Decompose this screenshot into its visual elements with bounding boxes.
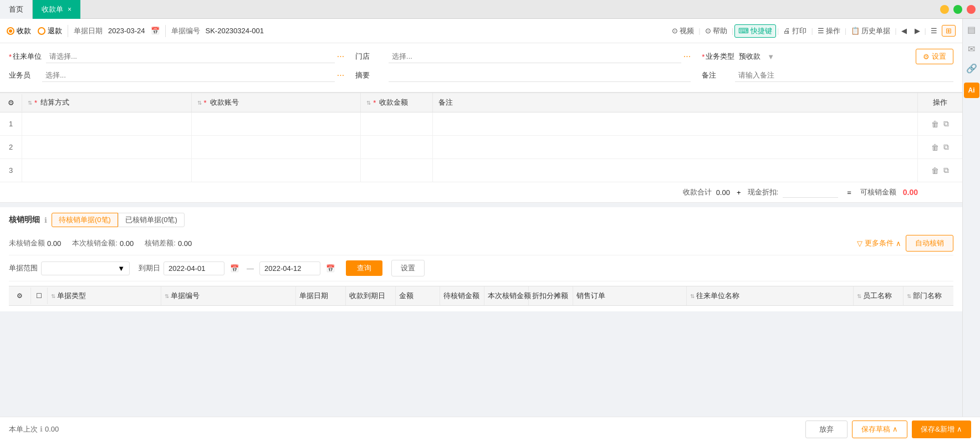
- tab-pending[interactable]: 待核销单据(0笔): [52, 213, 118, 227]
- th-amount: ⇅ * 收款金额: [361, 93, 433, 112]
- row-1-action: 🗑 ⧉: [918, 112, 962, 135]
- row-1-remark[interactable]: [433, 112, 918, 135]
- row-2-copy-icon[interactable]: ⧉: [943, 142, 949, 152]
- due-date-calendar-start-icon[interactable]: 📅: [230, 264, 239, 273]
- bth-staff: ⇅ 员工名称: [854, 286, 904, 305]
- footer-info: 本单上次 ℹ 0.00: [9, 424, 59, 434]
- save-draft-chevron-icon: ∧: [892, 425, 898, 433]
- settings-button[interactable]: ⚙ 设置: [916, 49, 953, 64]
- row-1-copy-icon[interactable]: ⧉: [943, 119, 949, 129]
- this-time-label: 本次核销金额:: [72, 238, 118, 248]
- th-settings[interactable]: ⚙: [0, 94, 22, 111]
- remark-input[interactable]: [735, 69, 953, 82]
- history-icon: 📋: [851, 27, 860, 35]
- store-more-btn[interactable]: ···: [683, 52, 691, 61]
- diff-stat: 核销差额: 0.00: [145, 238, 192, 248]
- radio-refund-label: 退款: [48, 26, 62, 36]
- staff-input[interactable]: [42, 69, 335, 82]
- row-2-delete-icon[interactable]: 🗑: [931, 143, 939, 152]
- help-btn[interactable]: ⊙ 帮助: [702, 25, 731, 37]
- operation-btn[interactable]: ☰ 操作: [814, 25, 844, 37]
- grid-view-btn[interactable]: ⊞: [942, 25, 956, 37]
- row-1-settlement[interactable]: [22, 112, 192, 135]
- list-view-btn[interactable]: ☰: [927, 25, 941, 36]
- nav-prev-btn[interactable]: ◀: [898, 25, 910, 36]
- bth-this-time: 本次核销金额: [484, 286, 529, 305]
- staff-more-btn[interactable]: ···: [337, 70, 344, 80]
- row-1-account[interactable]: [192, 112, 361, 135]
- bill-range-select[interactable]: ▼: [41, 261, 130, 275]
- query-label: 查询: [357, 264, 371, 272]
- row-3-settlement[interactable]: [22, 159, 192, 182]
- row-2-account[interactable]: [192, 136, 361, 158]
- diff-label: 核销差额:: [145, 238, 176, 248]
- info-icon[interactable]: ℹ: [44, 216, 47, 224]
- abandon-button[interactable]: 放弃: [805, 421, 848, 438]
- bth-gear[interactable]: ⚙: [9, 288, 31, 304]
- writeoff-title: 核销明细: [9, 215, 40, 225]
- row-1-delete-icon[interactable]: 🗑: [931, 120, 939, 129]
- row-3-delete-icon[interactable]: 🗑: [931, 166, 939, 175]
- window-maximize-button[interactable]: [953, 5, 962, 14]
- history-btn[interactable]: 📋 历史单据: [848, 25, 894, 37]
- video-btn[interactable]: ⊙ 视频: [668, 25, 697, 37]
- filter-icon: ▽: [857, 239, 862, 248]
- due-date-end-input[interactable]: [259, 261, 320, 275]
- tab-close-icon[interactable]: ×: [68, 6, 72, 13]
- bth-recv-date: 收款到期日: [346, 286, 396, 305]
- window-close-button[interactable]: [967, 5, 976, 14]
- discount-input[interactable]: [783, 187, 838, 198]
- summary-row: 收款合计 0.00 + 现金折扣: = 可核销金额 0.00: [0, 182, 962, 203]
- row-3-remark[interactable]: [433, 159, 918, 182]
- shortcut-btn[interactable]: ⌨ 快捷键: [734, 24, 776, 38]
- store-input[interactable]: [389, 50, 681, 63]
- row-3-account[interactable]: [192, 159, 361, 182]
- radio-refund[interactable]: 退款: [38, 26, 62, 36]
- writeoff-settings-btn[interactable]: 设置: [391, 260, 425, 276]
- row-2-settlement[interactable]: [22, 136, 192, 158]
- bth-type: ⇅ 单据类型: [48, 286, 161, 305]
- due-date-start-input[interactable]: [164, 261, 224, 275]
- due-date-calendar-end-icon[interactable]: 📅: [326, 264, 335, 273]
- row-2-num: 2: [0, 136, 22, 158]
- business-type-value: 预收款: [739, 52, 760, 61]
- history-label: 历史单据: [861, 26, 890, 36]
- radio-collection[interactable]: 收款: [7, 26, 31, 36]
- bill-range-label: 单据范围: [9, 263, 38, 273]
- counterpart-input[interactable]: [46, 50, 335, 63]
- table-row: 2 🗑 ⧉: [0, 136, 962, 159]
- row-3-amount[interactable]: [361, 159, 433, 182]
- tab-done[interactable]: 已核销单据(0笔): [118, 213, 185, 227]
- window-minimize-button[interactable]: [940, 5, 949, 14]
- more-conditions-btn[interactable]: ▽ 更多条件 ∧: [857, 238, 901, 248]
- print-btn[interactable]: 🖨 打印: [780, 25, 810, 37]
- query-btn[interactable]: 查询: [346, 260, 382, 276]
- sort-icon-type: ⇅: [51, 293, 55, 299]
- bth-pending-label: 待核销金额: [443, 291, 479, 300]
- business-type-dropdown-icon[interactable]: ▼: [767, 53, 774, 61]
- tab-home[interactable]: 首页: [0, 0, 33, 19]
- bill-no-value: SK-20230324-001: [206, 27, 264, 35]
- auto-writeoff-btn[interactable]: 自动核销: [906, 235, 953, 252]
- calendar-icon[interactable]: 📅: [151, 27, 160, 35]
- nav-next-btn[interactable]: ▶: [911, 25, 923, 36]
- sidebar-ai-icon[interactable]: Ai: [964, 83, 979, 98]
- form-row-1: * 往来单位 ··· 门店 ··· * 业务类型 预收款 ▼ ⚙: [9, 49, 953, 64]
- bth-no-label: 单据编号: [171, 291, 200, 300]
- save-new-button[interactable]: 保存&新增 ∧: [912, 421, 971, 438]
- row-2-amount[interactable]: [361, 136, 433, 158]
- summary-field: 摘要: [355, 69, 691, 82]
- summary-input[interactable]: [389, 69, 691, 82]
- sidebar-attach-icon[interactable]: 🔗: [966, 63, 977, 74]
- sidebar-table-icon[interactable]: ▤: [967, 24, 976, 35]
- save-draft-button[interactable]: 保存草稿 ∧: [852, 421, 907, 438]
- bth-check[interactable]: ☐: [31, 288, 48, 304]
- sidebar-email-icon[interactable]: ✉: [968, 44, 975, 54]
- row-3-copy-icon[interactable]: ⧉: [943, 166, 949, 175]
- counterpart-more-btn[interactable]: ···: [337, 52, 344, 61]
- row-1-amount[interactable]: [361, 112, 433, 135]
- this-time-stat: 本次核销金额: 0.00: [72, 238, 134, 248]
- tab-collection[interactable]: 收款单 ×: [33, 0, 80, 19]
- row-2-remark[interactable]: [433, 136, 918, 158]
- sort-icon-dept: ⇅: [907, 293, 911, 299]
